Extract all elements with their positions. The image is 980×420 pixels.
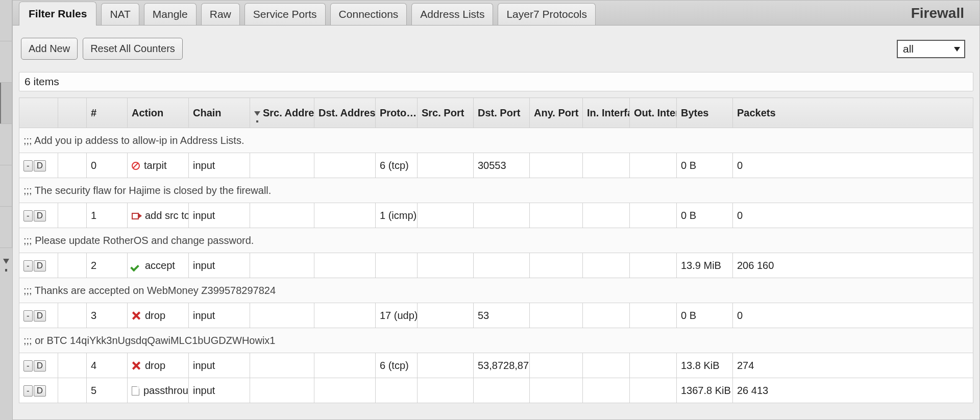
col-header[interactable]: Src. Address: [250, 98, 314, 128]
side-rail: [0, 0, 12, 420]
filter-select-value: all: [903, 43, 914, 55]
cell-dport: [474, 378, 530, 403]
cell-aport: [530, 303, 583, 328]
cell-dport: 53,8728,8729: [474, 353, 530, 378]
table-row[interactable]: -D0tarpitinput6 (tcp)305530 B0: [19, 153, 973, 178]
col-header[interactable]: Out. Interface: [630, 98, 677, 128]
cell-packets: 0: [733, 203, 973, 228]
tab-filter-rules[interactable]: Filter Rules: [19, 2, 96, 26]
cell-chain: input: [189, 353, 250, 378]
cell-iif: [583, 303, 630, 328]
filter-icon: [3, 259, 9, 264]
cell-dst: [314, 253, 376, 278]
filter-select[interactable]: all: [897, 40, 965, 58]
disable-button[interactable]: -: [23, 310, 33, 322]
cell-oif: [630, 353, 677, 378]
table-row[interactable]: -D1add src toinput1 (icmp)0 B0: [19, 203, 973, 228]
table-row[interactable]: -D5passthrouinput1367.8 KiB26 413: [19, 378, 973, 403]
cell-aport: [530, 153, 583, 178]
cell-bytes: 13.8 KiB: [677, 353, 733, 378]
col-header[interactable]: Dst. Address: [314, 98, 376, 128]
col-header[interactable]: Packets: [733, 98, 973, 128]
cell-src: [250, 353, 314, 378]
rail-tab[interactable]: [0, 124, 12, 165]
x-icon: [132, 361, 141, 370]
cell: [58, 253, 87, 278]
row-actions: -D: [19, 153, 58, 178]
disable-button[interactable]: -: [23, 385, 33, 397]
cell-oif: [630, 378, 677, 403]
cell: [58, 203, 87, 228]
add-new-button[interactable]: Add New: [21, 38, 78, 60]
table-row[interactable]: -D4dropinput6 (tcp)53,8728,872913.8 KiB2…: [19, 353, 973, 378]
cell-packets: 206 160: [733, 253, 973, 278]
rail-tab[interactable]: [0, 0, 12, 41]
rules-table: #ActionChainSrc. AddressDst. AddressProt…: [19, 97, 973, 403]
cell-num: 3: [87, 303, 128, 328]
tab-raw[interactable]: Raw: [201, 3, 240, 25]
rail-tab[interactable]: [0, 41, 12, 83]
rule-comment: ;;; The security flaw for Hajime is clos…: [19, 178, 973, 203]
col-header[interactable]: Dst. Port: [474, 98, 530, 128]
table-row[interactable]: -D2acceptinput13.9 MiB206 160: [19, 253, 973, 278]
delete-button[interactable]: D: [34, 160, 46, 171]
cell-packets: 26 413: [733, 378, 973, 403]
cell-iif: [583, 203, 630, 228]
tab-nat[interactable]: NAT: [101, 3, 139, 25]
cell-oif: [630, 303, 677, 328]
tab-mangle[interactable]: Mangle: [144, 3, 197, 25]
col-header[interactable]: Proto…: [376, 98, 418, 128]
check-icon: [132, 261, 141, 270]
cell-dst: [314, 303, 376, 328]
col-header[interactable]: Action: [128, 98, 189, 128]
cell: [58, 153, 87, 178]
col-header[interactable]: Any. Port: [530, 98, 583, 128]
rail-tab[interactable]: [0, 207, 12, 248]
disable-button[interactable]: -: [23, 210, 33, 221]
cell-num: 1: [87, 203, 128, 228]
cell-dport: 53: [474, 303, 530, 328]
rail-tab-active[interactable]: [0, 83, 12, 124]
col-header[interactable]: [19, 98, 58, 128]
delete-button[interactable]: D: [34, 260, 46, 271]
cell-bytes: 0 B: [677, 303, 733, 328]
delete-button[interactable]: D: [34, 310, 46, 322]
disable-button[interactable]: -: [23, 360, 33, 372]
table-row[interactable]: -D3dropinput17 (udp)530 B0: [19, 303, 973, 328]
col-header[interactable]: In. Interface: [583, 98, 630, 128]
cell-oif: [630, 203, 677, 228]
cell-iif: [583, 253, 630, 278]
disable-button[interactable]: -: [23, 260, 33, 271]
row-actions: -D: [19, 203, 58, 228]
cell-src: [250, 378, 314, 403]
disable-button[interactable]: -: [23, 160, 33, 171]
rail-tab[interactable]: [0, 165, 12, 207]
col-header[interactable]: Src. Port: [418, 98, 474, 128]
tab-service-ports[interactable]: Service Ports: [244, 3, 326, 25]
col-header[interactable]: Bytes: [677, 98, 733, 128]
cell-proto: 1 (icmp): [376, 203, 418, 228]
toolbar: Add New Reset All Counters all: [13, 26, 979, 72]
tab-address-lists[interactable]: Address Lists: [411, 3, 493, 25]
tab-connections[interactable]: Connections: [330, 3, 407, 25]
delete-button[interactable]: D: [34, 385, 46, 397]
cell-chain: input: [189, 303, 250, 328]
cell-sport: [418, 303, 474, 328]
tab-layer7-protocols[interactable]: Layer7 Protocols: [498, 3, 596, 25]
cell-action: add src to: [128, 203, 189, 228]
delete-button[interactable]: D: [34, 360, 46, 372]
cell-dport: 30553: [474, 153, 530, 178]
cell-proto: 6 (tcp): [376, 353, 418, 378]
row-actions: -D: [19, 378, 58, 403]
reset-counters-button[interactable]: Reset All Counters: [83, 38, 183, 60]
rule-comment: ;;; Thanks are accepted on WebMoney Z399…: [19, 278, 973, 303]
col-header[interactable]: [58, 98, 87, 128]
col-header[interactable]: #: [87, 98, 128, 128]
delete-button[interactable]: D: [34, 210, 46, 221]
cell-chain: input: [189, 253, 250, 278]
col-header[interactable]: Chain: [189, 98, 250, 128]
cell-sport: [418, 203, 474, 228]
row-actions: -D: [19, 253, 58, 278]
rail-filter-toggle[interactable]: [0, 252, 12, 270]
cell-proto: 6 (tcp): [376, 153, 418, 178]
